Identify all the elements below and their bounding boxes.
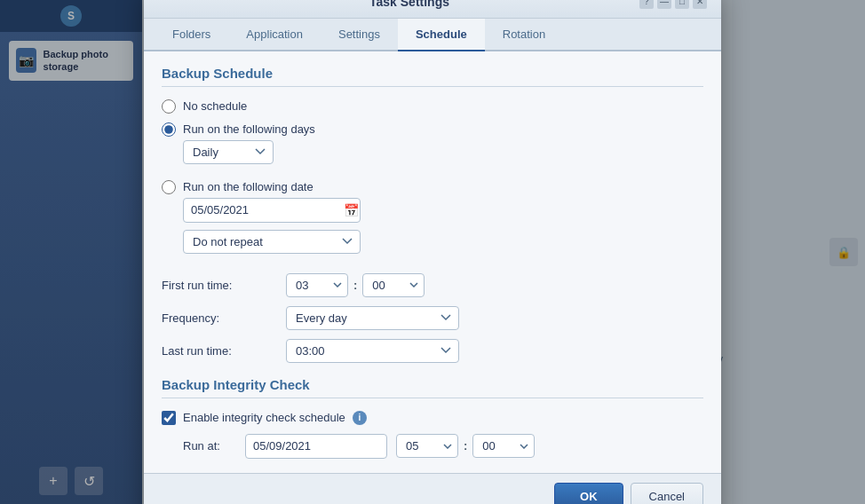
repeat-dropdown[interactable]: Do not repeat Every week Every month Eve… (183, 230, 361, 254)
run-date-row: Run on the following date (162, 180, 703, 194)
tabs-bar: Folders Application Settings Schedule Ro… (144, 19, 721, 51)
run-at-label: Run at: (183, 439, 236, 453)
run-at-hour-select[interactable]: 05 060708 (396, 434, 458, 458)
run-days-label[interactable]: Run on the following days (183, 122, 315, 136)
first-run-minute-select[interactable]: 00 153045 (362, 273, 425, 297)
run-days-radio[interactable] (162, 122, 176, 137)
first-run-time-row: First run time: 03 040506 : 00 153045 (162, 273, 703, 297)
frequency-label: Frequency: (162, 311, 277, 325)
date-input-wrapper: 📅 (183, 198, 361, 223)
run-date-radio[interactable] (162, 180, 176, 194)
dialog-title: Task Settings (179, 0, 639, 9)
date-inputs-indent: 📅 Do not repeat Every week Every month E… (183, 198, 703, 254)
integrity-title: Backup Integrity Check (162, 377, 703, 392)
maximize-button[interactable]: □ (675, 0, 689, 9)
dialog-footer: OK Cancel (144, 473, 721, 505)
no-schedule-label[interactable]: No schedule (183, 99, 247, 113)
calendar-icon[interactable]: 📅 (344, 203, 359, 217)
close-button[interactable]: ✕ (693, 0, 707, 9)
backup-schedule-title: Backup Schedule (162, 66, 703, 81)
days-dropdown[interactable]: Daily Weekdays Weekends Custom (183, 140, 274, 164)
run-days-row: Run on the following days (162, 122, 703, 137)
first-run-time-group: 03 040506 : 00 153045 (286, 273, 425, 297)
titlebar-controls: ? — □ ✕ (639, 0, 707, 9)
section-divider-2 (162, 398, 703, 398)
frequency-row: Frequency: Every day Every 2 hours Every… (162, 306, 703, 330)
run-date-label[interactable]: Run on the following date (183, 180, 313, 193)
no-schedule-row: No schedule (162, 99, 703, 114)
run-at-date-input[interactable] (253, 439, 402, 453)
tab-schedule[interactable]: Schedule (398, 19, 485, 51)
dialog-titlebar: Task Settings ? — □ ✕ (144, 0, 721, 19)
tab-folders[interactable]: Folders (155, 19, 228, 51)
schedule-radio-group: No schedule Run on the following days Da… (162, 99, 703, 261)
run-at-date-wrapper: 📅 (245, 434, 387, 459)
last-run-time-select[interactable]: 03:00 04:0005:0006:00 (286, 339, 459, 363)
modal-overlay: Task Settings ? — □ ✕ Folders Applicatio… (0, 0, 865, 504)
date-input[interactable] (191, 203, 340, 217)
first-run-hour-select[interactable]: 03 040506 (286, 273, 348, 297)
frequency-dropdown[interactable]: Every day Every 2 hours Every 4 hours Ev… (286, 306, 459, 330)
time-colon-2: : (464, 439, 467, 453)
tab-settings[interactable]: Settings (321, 19, 398, 51)
run-at-minute-select[interactable]: 00 153045 (472, 434, 535, 458)
run-date-section: Run on the following date 📅 Do not repea… (162, 180, 703, 261)
ok-button[interactable]: OK (554, 483, 623, 505)
first-run-time-label: First run time: (162, 279, 277, 292)
tab-application[interactable]: Application (228, 19, 321, 51)
cancel-button[interactable]: Cancel (631, 483, 703, 505)
time-colon-1: : (353, 279, 357, 292)
dialog-body: Backup Schedule No schedule Run on the f… (144, 51, 721, 473)
run-days-section: Run on the following days Daily Weekdays… (162, 122, 703, 171)
last-run-time-label: Last run time: (162, 344, 277, 358)
section-divider-1 (162, 86, 703, 87)
last-run-time-row: Last run time: 03:00 04:0005:0006:00 (162, 339, 703, 363)
help-button[interactable]: ? (639, 0, 654, 9)
enable-integrity-label[interactable]: Enable integrity check schedule (183, 411, 345, 424)
minimize-button[interactable]: — (657, 0, 671, 9)
task-settings-dialog: Task Settings ? — □ ✕ Folders Applicatio… (144, 0, 721, 504)
info-icon[interactable]: i (353, 411, 367, 425)
tab-rotation[interactable]: Rotation (485, 19, 563, 51)
days-dropdown-indent: Daily Weekdays Weekends Custom (183, 140, 703, 164)
enable-integrity-row: Enable integrity check schedule i (162, 411, 703, 425)
run-at-time-group: 05 060708 : 00 153045 (396, 434, 535, 458)
run-at-row: Run at: 📅 05 060708 : 00 153045 (183, 434, 703, 459)
no-schedule-radio[interactable] (162, 99, 176, 114)
integrity-section: Backup Integrity Check Enable integrity … (162, 377, 703, 459)
enable-integrity-checkbox[interactable] (162, 411, 176, 425)
